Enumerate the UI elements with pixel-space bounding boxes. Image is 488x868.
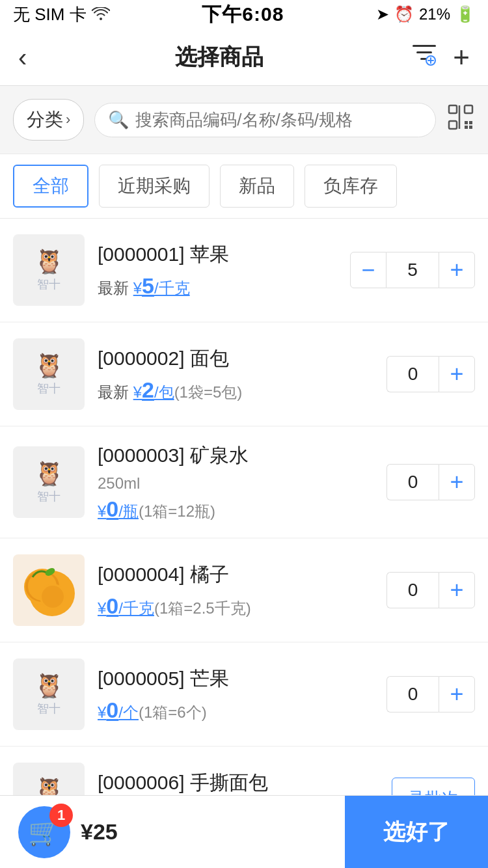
nav-bar: ‹ 选择商品 + — [0, 29, 488, 86]
confirm-button[interactable]: 选好了 — [345, 796, 488, 869]
svg-rect-11 — [469, 121, 472, 124]
tab-all[interactable]: 全部 — [13, 165, 88, 208]
cart-total: ¥25 — [81, 819, 118, 845]
product-name: [0000001] 苹果 — [98, 241, 337, 268]
status-time: 下午6:08 — [202, 1, 284, 28]
category-button[interactable]: 分类 › — [13, 99, 84, 141]
product-name: [0000004] 橘子 — [98, 562, 373, 588]
product-price: ¥0/瓶(1箱=12瓶) — [98, 496, 373, 522]
owl-text: 智十 — [37, 701, 61, 716]
search-row: 分类 › 🔍 — [0, 86, 488, 154]
product-thumbnail — [13, 554, 85, 626]
quantity-plus-button[interactable]: + — [439, 252, 475, 288]
product-image — [16, 558, 81, 623]
owl-icon: 🦉 — [34, 672, 64, 699]
product-info: [0000004] 橘子 ¥0/千克(1箱=2.5千克) — [98, 562, 373, 619]
bottom-bar: 🛒 1 ¥25 选好了 — [0, 795, 488, 868]
add-icon[interactable]: + — [453, 41, 470, 74]
svg-rect-6 — [449, 105, 457, 113]
quantity-control: + — [386, 356, 475, 392]
product-name: [0000003] 矿泉水 — [98, 442, 373, 469]
status-bar: 无 SIM 卡 下午6:08 ➤ ⏰ 21% 🔋 — [0, 0, 488, 29]
product-price: 最新 ¥2/包(1袋=5包) — [98, 377, 373, 403]
product-spec: 250ml — [98, 474, 373, 493]
location-icon: ➤ — [376, 5, 389, 23]
quantity-input[interactable] — [386, 252, 439, 288]
owl-text: 智十 — [37, 489, 61, 504]
status-left: 无 SIM 卡 — [13, 3, 110, 26]
list-item: 🦉 智十 [0000002] 面包 最新 ¥2/包(1袋=5包) + — [0, 323, 488, 426]
svg-rect-1 — [416, 51, 432, 53]
product-thumbnail: 🦉 智十 — [13, 234, 85, 306]
list-item: 🦉 智十 [0000003] 矿泉水 250ml ¥0/瓶(1箱=12瓶) + — [0, 427, 488, 537]
owl-icon: 🦉 — [34, 460, 64, 487]
list-item: 🦉 智十 [0000005] 芒果 ¥0/个(1箱=6个) + — [0, 643, 488, 746]
quantity-control: + — [386, 676, 475, 712]
product-info: [0000003] 矿泉水 250ml ¥0/瓶(1箱=12瓶) — [98, 442, 373, 522]
svg-point-20 — [42, 586, 64, 608]
quantity-input[interactable] — [386, 676, 439, 712]
owl-text: 智十 — [37, 381, 61, 396]
search-input-wrap: 🔍 — [94, 103, 436, 137]
svg-rect-8 — [449, 121, 457, 129]
list-item: [0000004] 橘子 ¥0/千克(1箱=2.5千克) + — [0, 539, 488, 642]
owl-text: 智十 — [37, 277, 61, 292]
filter-tabs: 全部 近期采购 新品 负库存 — [0, 154, 488, 219]
scan-icon[interactable] — [446, 103, 475, 137]
alarm-icon: ⏰ — [394, 5, 414, 23]
product-price: ¥0/个(1箱=6个) — [98, 698, 373, 723]
wifi-icon — [92, 5, 110, 25]
search-icon: 🔍 — [108, 110, 129, 130]
quantity-control: − + — [350, 252, 475, 288]
page-title: 选择商品 — [175, 42, 264, 72]
nav-actions: + — [411, 41, 470, 74]
back-button[interactable]: ‹ — [18, 44, 27, 70]
quantity-plus-button[interactable]: + — [439, 676, 475, 712]
cart-area: 🛒 1 ¥25 — [0, 806, 345, 858]
owl-icon: 🦉 — [34, 248, 64, 275]
product-name: [0000006] 手撕面包 — [98, 770, 379, 796]
quantity-plus-button[interactable]: + — [439, 572, 475, 608]
svg-rect-7 — [465, 105, 472, 113]
svg-rect-0 — [413, 45, 436, 47]
svg-rect-12 — [465, 126, 468, 129]
quantity-input[interactable] — [386, 356, 439, 392]
svg-rect-13 — [469, 126, 472, 129]
product-thumbnail: 🦉 智十 — [13, 658, 85, 730]
product-thumbnail: 🦉 智十 — [13, 446, 85, 518]
battery-icon: 🔋 — [455, 5, 475, 23]
quantity-control: + — [386, 464, 475, 500]
product-name: [0000005] 芒果 — [98, 666, 373, 692]
product-price: 最新 ¥5/千克 — [98, 273, 337, 299]
product-price: ¥0/千克(1箱=2.5千克) — [98, 593, 373, 619]
product-info: [0000002] 面包 最新 ¥2/包(1袋=5包) — [98, 346, 373, 403]
quantity-input[interactable] — [386, 572, 439, 608]
quantity-minus-button[interactable]: − — [350, 252, 386, 288]
product-info: [0000001] 苹果 最新 ¥5/千克 — [98, 241, 337, 299]
quantity-plus-button[interactable]: + — [439, 464, 475, 500]
quantity-control: + — [386, 572, 475, 608]
quantity-input[interactable] — [386, 464, 439, 500]
category-label: 分类 — [27, 107, 63, 132]
quantity-plus-button[interactable]: + — [439, 356, 475, 392]
filter-icon[interactable] — [411, 42, 437, 72]
product-info: [0000005] 芒果 ¥0/个(1箱=6个) — [98, 666, 373, 723]
status-right: ➤ ⏰ 21% 🔋 — [376, 5, 475, 23]
list-item: 🦉 智十 [0000001] 苹果 最新 ¥5/千克 − + — [0, 219, 488, 321]
search-input[interactable] — [135, 110, 422, 130]
tab-recent[interactable]: 近期采购 — [99, 165, 210, 208]
product-name: [0000002] 面包 — [98, 346, 373, 372]
tab-new[interactable]: 新品 — [220, 165, 294, 208]
product-thumbnail: 🦉 智十 — [13, 338, 85, 410]
svg-rect-10 — [465, 121, 468, 124]
battery-text: 21% — [419, 5, 450, 23]
cart-badge: 1 — [49, 804, 73, 827]
category-chevron-icon: › — [66, 111, 70, 128]
carrier-text: 无 SIM 卡 — [13, 3, 87, 26]
cart-button[interactable]: 🛒 1 — [18, 806, 70, 858]
tab-negative[interactable]: 负库存 — [305, 165, 397, 208]
owl-icon: 🦉 — [34, 352, 64, 379]
product-list: 🦉 智十 [0000001] 苹果 最新 ¥5/千克 − + 🦉 智十 [000… — [0, 219, 488, 868]
